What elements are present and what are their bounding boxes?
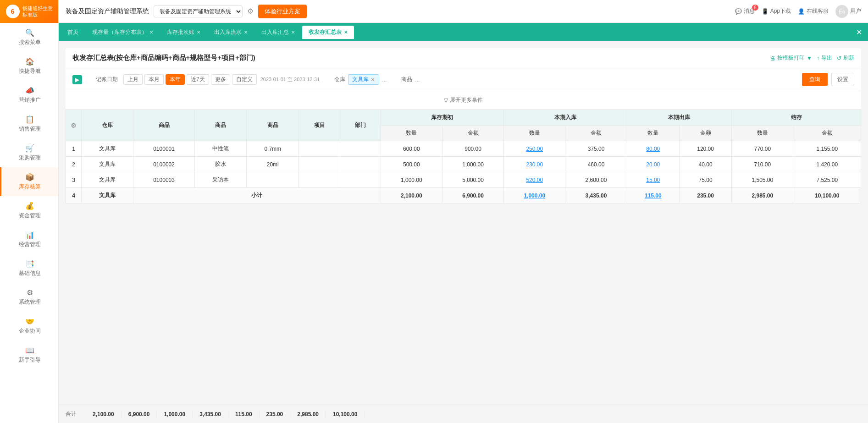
sidebar-item-label: 库存核算	[19, 183, 41, 191]
cell-product-spec-1: 20ml	[247, 157, 299, 172]
message-badge: 6	[752, 5, 758, 11]
sidebar-item-label: 营销推广	[19, 96, 41, 104]
cell-product-name-0: 中性笔	[195, 141, 247, 157]
sidebar-item-search[interactable]: 🔍搜索菜单	[0, 23, 58, 52]
expand-row: ▽ 展开更多条件	[66, 91, 861, 110]
cell-closing-amt-0: 1,155.00	[793, 141, 861, 157]
filter-toggle-button[interactable]: ▶	[72, 75, 82, 84]
sidebar-item-purchase[interactable]: 🛒采购管理	[0, 138, 58, 167]
tab-stock_dist[interactable]: 现存量（库存分布表）✕	[86, 26, 160, 39]
filter-setting-button[interactable]: 设置	[831, 73, 854, 86]
sidebar-item-marketing[interactable]: 📣营销推广	[0, 81, 58, 110]
date-btn-custom[interactable]: 自定义	[232, 74, 257, 85]
date-filter-buttons: 上月 本月 本年 近7天 更多 自定义 2023-01-01 至 2023-12…	[123, 74, 320, 85]
cell-seq-0: 1	[66, 141, 82, 157]
cell-warehouse-1: 文具库	[82, 157, 133, 172]
sidebar-item-guide[interactable]: 📖新手引导	[0, 341, 58, 369]
cell-product-name-1: 胶水	[195, 157, 247, 172]
settings-icon[interactable]: ⚙	[247, 7, 254, 16]
date-btn-this-month[interactable]: 本月	[144, 74, 164, 85]
filter-area: ▶ 记账日期 上月 本月 本年 近7天 更多 自定义 2023-01-01 至 …	[66, 68, 861, 91]
app-download-button[interactable]: 📱 App下载	[762, 7, 791, 15]
tab-collect_summary[interactable]: 收发存汇总表✕	[302, 26, 354, 39]
system-select[interactable]: 装备及固定资产辅助管理系统	[154, 5, 243, 17]
page-title: 收发存汇总表(按仓库+商品编码+商品+规格型号+项目+部门)	[72, 54, 255, 62]
th-warehouse: 仓库	[82, 110, 133, 141]
tab-flow[interactable]: 出入库流水✕	[208, 26, 254, 39]
search-icon: 🔍	[25, 28, 34, 37]
cell-out-qty-0[interactable]: 80.00	[627, 141, 679, 157]
query-button[interactable]: 查询	[802, 73, 828, 86]
cell-product-code-2: 0100003	[133, 172, 194, 188]
sidebar-item-business[interactable]: 📊经营管理	[0, 225, 58, 254]
subtotal-label: 小计	[133, 188, 381, 203]
sidebar-item-finance[interactable]: 💰资金管理	[0, 196, 58, 225]
subtotal-in-amt: 3,435.00	[565, 188, 627, 203]
sidebar-item-sales[interactable]: 📋销售管理	[0, 110, 58, 138]
date-btn-this-year[interactable]: 本年	[166, 74, 185, 85]
cell-product-code-0: 0100001	[133, 141, 194, 157]
th-in-span: 本期入库	[504, 110, 627, 126]
footer-bar: 合计 2,100.00 6,900.00 1,000.00 3,435.00 1…	[59, 405, 868, 423]
cell-warehouse-2: 文具库	[82, 172, 133, 188]
sidebar-item-label: 采购管理	[19, 154, 41, 162]
footer-opening-amt: 6,900.00	[122, 411, 157, 418]
date-btn-7days[interactable]: 近7天	[187, 74, 209, 85]
sidebar-item-basic[interactable]: 📑基础信息	[0, 254, 58, 283]
sidebar-item-quick_nav[interactable]: 🏠快捷导航	[0, 52, 58, 81]
warehouse-filter-more[interactable]: ...	[382, 77, 387, 83]
th-closing-amt: 金额	[793, 126, 861, 141]
tab-close-collect_summary[interactable]: ✕	[344, 30, 348, 35]
tab-summary[interactable]: 出入库汇总✕	[255, 26, 301, 39]
subtotal-warehouse: 文具库	[82, 188, 133, 203]
column-settings-icon[interactable]: ⚙	[71, 122, 77, 129]
chevron-down-icon: ▼	[807, 55, 812, 61]
table-row: 3 文具库 0100003 采访本 1,000.00 5,000.00 520.…	[66, 172, 861, 188]
avatar: Ea	[835, 5, 848, 18]
sidebar-item-enterprise[interactable]: 🤝企业协同	[0, 312, 58, 341]
sidebar-item-system[interactable]: ⚙系统管理	[0, 283, 58, 312]
th-department: 部门	[340, 110, 381, 141]
tab-close-flow[interactable]: ✕	[244, 30, 248, 35]
product-filter-more[interactable]: ...	[415, 77, 420, 83]
demo-button[interactable]: 体验行业方案	[258, 5, 307, 18]
cell-out-qty-1[interactable]: 20.00	[627, 157, 679, 172]
online-service-button[interactable]: 👤 在线客服	[798, 7, 829, 15]
th-project: 项目	[299, 110, 340, 141]
tab-close-batch[interactable]: ✕	[197, 30, 200, 35]
tab-label-flow: 出入库流水	[214, 28, 242, 36]
print-button[interactable]: 🖨 按模板打印 ▼	[770, 54, 812, 62]
warehouse-tag-close[interactable]: ✕	[370, 77, 375, 83]
tab-close-stock_dist[interactable]: ✕	[149, 30, 153, 35]
cell-closing-amt-2: 7,525.00	[793, 172, 861, 188]
system-title: 装备及固定资产辅助管理系统	[66, 7, 149, 16]
cell-in-qty-1[interactable]: 230.00	[504, 157, 565, 172]
message-icon: 💬	[735, 8, 742, 15]
cell-opening-amt-1: 1,000.00	[442, 157, 503, 172]
tab-home[interactable]: 首页	[61, 26, 85, 39]
th-product-code: 商品	[133, 110, 194, 141]
date-btn-last-month[interactable]: 上月	[123, 74, 143, 85]
warehouse-filter-label: 仓库	[334, 76, 345, 83]
close-all-tabs-button[interactable]: ✕	[852, 26, 866, 38]
cell-out-qty-2[interactable]: 15.00	[627, 172, 679, 188]
cell-product-name-2: 采访本	[195, 172, 247, 188]
export-button[interactable]: ↑ 导出	[817, 54, 832, 62]
table-row: 1 文具库 0100001 中性笔 0.7mm 600.00 900.00 25…	[66, 141, 861, 157]
sidebar-item-inventory[interactable]: 📦库存核算	[0, 167, 58, 196]
cell-in-qty-2[interactable]: 520.00	[504, 172, 565, 188]
cell-out-amt-0: 120.00	[679, 141, 731, 157]
user-menu[interactable]: Ea 用户	[835, 5, 861, 18]
cell-in-qty-0[interactable]: 250.00	[504, 141, 565, 157]
basic-icon: 📑	[25, 259, 34, 268]
sidebar-item-label: 基础信息	[19, 269, 41, 277]
message-button[interactable]: 💬 消息 6	[735, 7, 755, 15]
date-btn-more[interactable]: 更多	[211, 74, 230, 85]
tab-close-summary[interactable]: ✕	[291, 30, 295, 35]
tab-batch[interactable]: 库存批次账✕	[160, 26, 207, 39]
cell-in-amt-1: 460.00	[565, 157, 627, 172]
expand-conditions-button[interactable]: ▽ 展开更多条件	[442, 94, 485, 106]
date-range-display: 2023-01-01 至 2023-12-31	[260, 76, 320, 83]
warehouse-tag: 文具库 ✕	[348, 74, 379, 85]
refresh-button[interactable]: ↺ 刷新	[837, 54, 854, 62]
